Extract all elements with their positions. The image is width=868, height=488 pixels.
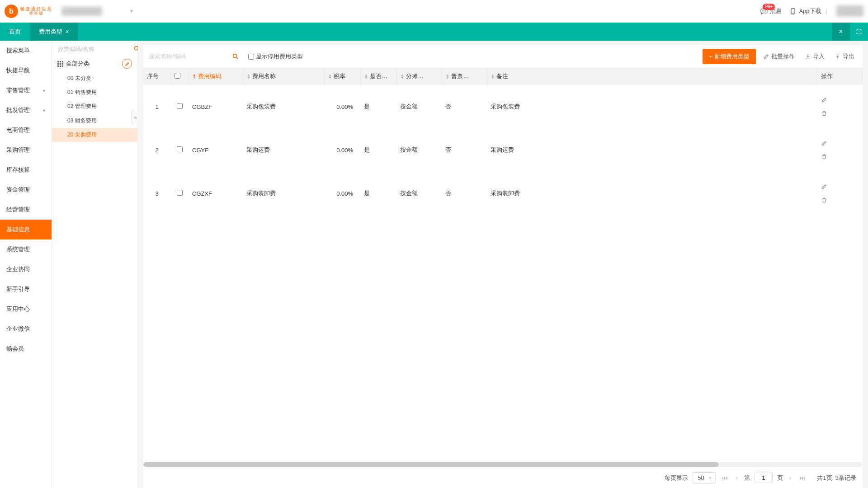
tab-expense-type[interactable]: 费用类型 ✕: [30, 23, 78, 41]
th-ticket[interactable]: ▲▼普票…: [442, 68, 487, 85]
batch-operations-button[interactable]: 批量操作: [760, 50, 797, 63]
nav-item[interactable]: 基础信息: [0, 220, 52, 239]
th-rate[interactable]: ▲▼税率: [324, 68, 360, 85]
delete-row-button[interactable]: [821, 110, 859, 117]
svg-rect-8: [57, 61, 59, 62]
show-disabled-input[interactable]: [248, 54, 254, 60]
category-item[interactable]: 02 管理费用: [52, 99, 137, 113]
search-icon[interactable]: [232, 53, 239, 60]
cell-can: 是: [360, 85, 396, 128]
cell-ticket: 否: [442, 172, 487, 215]
svg-rect-10: [62, 61, 63, 62]
nav-item-label: 批发管理: [6, 106, 30, 114]
category-item[interactable]: 00 未分类: [52, 71, 137, 85]
nav-item-label: 经营管理: [6, 206, 30, 214]
page-size-select[interactable]: 50: [693, 472, 715, 483]
nav-item[interactable]: 经营管理: [0, 200, 52, 220]
select-all-checkbox[interactable]: [175, 73, 180, 79]
th-index[interactable]: 序号: [143, 68, 170, 85]
new-expense-type-button[interactable]: + 新增费用类型: [703, 49, 756, 64]
nav-item-label: 电商管理: [6, 126, 30, 134]
nav-item[interactable]: 应用中心: [0, 299, 52, 319]
next-page-button[interactable]: ›: [788, 474, 793, 481]
edit-row-button[interactable]: [821, 183, 859, 190]
nav-item[interactable]: 搜索菜单: [0, 41, 52, 61]
th-checkbox[interactable]: [170, 68, 189, 85]
category-all[interactable]: 全部分类: [52, 56, 137, 71]
nav-item[interactable]: 企业微信: [0, 319, 52, 339]
delete-row-button[interactable]: [821, 197, 859, 203]
tab-home-label: 首页: [9, 28, 21, 36]
show-disabled-checkbox[interactable]: 显示停用费用类型: [248, 52, 303, 61]
nav-item[interactable]: 资金管理: [0, 180, 52, 200]
category-search-input[interactable]: [57, 46, 133, 52]
svg-line-18: [236, 57, 238, 59]
per-page-label: 每页显示: [665, 474, 688, 482]
table-search-input[interactable]: [149, 52, 232, 61]
tab-close-icon[interactable]: ✕: [65, 29, 69, 35]
import-button[interactable]: 导入: [802, 50, 827, 63]
fullscreen-button[interactable]: [850, 23, 868, 41]
svg-rect-15: [60, 65, 61, 66]
nav-item[interactable]: 系统管理: [0, 239, 52, 259]
account-name[interactable]: [61, 7, 102, 16]
nav-item[interactable]: 零售管理▾: [0, 80, 52, 100]
th-can[interactable]: ▲▼是否…: [360, 68, 396, 85]
cell-method: 按金额: [396, 85, 442, 128]
nav-item[interactable]: 新手引导: [0, 279, 52, 299]
th-code[interactable]: ▲▼费用编码: [189, 68, 243, 85]
phone-icon: [789, 7, 797, 15]
th-method[interactable]: ▲▼分摊…: [396, 68, 442, 85]
nav-item-label: 搜索菜单: [6, 47, 30, 55]
edit-row-button[interactable]: [821, 97, 859, 103]
delete-row-button[interactable]: [821, 154, 859, 160]
cell-method: 按金额: [396, 172, 442, 215]
cell-index: 1: [143, 85, 170, 128]
tab-home[interactable]: 首页: [0, 23, 30, 41]
category-item[interactable]: 03 财务费用: [52, 114, 137, 128]
cell-can: 是: [360, 172, 396, 215]
page-input[interactable]: [755, 473, 773, 483]
horizontal-scrollbar[interactable]: [143, 461, 863, 468]
collapse-panel-button[interactable]: ≪: [132, 111, 138, 124]
nav-item[interactable]: 企业协同: [0, 259, 52, 279]
nav-item[interactable]: 库存核算: [0, 160, 52, 180]
cell-note: 采购装卸费: [487, 172, 817, 215]
first-page-button[interactable]: ⏮: [720, 474, 730, 481]
close-all-tabs-button[interactable]: ✕: [832, 23, 850, 41]
category-item[interactable]: 01 销售费用: [52, 85, 137, 99]
nav-item[interactable]: 采购管理: [0, 140, 52, 160]
cell-index: 2: [143, 128, 170, 172]
tab-bar: 首页 费用类型 ✕ ✕: [0, 23, 868, 41]
category-item[interactable]: 20 采购费用: [52, 128, 137, 142]
th-note[interactable]: ▲▼备注: [487, 68, 817, 85]
edit-row-button[interactable]: [821, 140, 859, 146]
messages-button[interactable]: 99+ 消息: [760, 7, 782, 15]
row-checkbox[interactable]: [177, 146, 183, 152]
last-page-button[interactable]: ⏭: [797, 474, 807, 481]
nav-item[interactable]: 批发管理▾: [0, 100, 52, 120]
edit-icon: [763, 53, 769, 60]
row-checkbox[interactable]: [177, 190, 183, 196]
category-search: [52, 41, 137, 56]
svg-point-17: [233, 54, 237, 58]
import-label: 导入: [813, 52, 825, 61]
nav-item[interactable]: 电商管理: [0, 120, 52, 140]
plus-icon: +: [709, 53, 712, 60]
avatar[interactable]: [836, 5, 863, 17]
cell-note: 采购运费: [487, 128, 817, 172]
th-name[interactable]: ▲▼费用名称: [243, 68, 324, 85]
page-total: 共1页, 3条记录: [817, 474, 856, 482]
prev-page-button[interactable]: ‹: [734, 474, 740, 481]
app-download-button[interactable]: App下载: [789, 7, 821, 15]
row-checkbox[interactable]: [177, 103, 183, 109]
show-disabled-label: 显示停用费用类型: [256, 52, 303, 61]
logo: b 畅捷通好生意 标准版: [5, 5, 61, 18]
nav-item[interactable]: 快捷导航: [0, 61, 52, 80]
cell-can: 是: [360, 128, 396, 172]
nav-item-label: 系统管理: [6, 245, 30, 253]
edit-category-button[interactable]: [122, 59, 132, 69]
export-button[interactable]: 导出: [832, 50, 857, 63]
nav-item[interactable]: 畅会员: [0, 339, 52, 359]
account-chevron-icon[interactable]: ▼: [129, 9, 134, 14]
